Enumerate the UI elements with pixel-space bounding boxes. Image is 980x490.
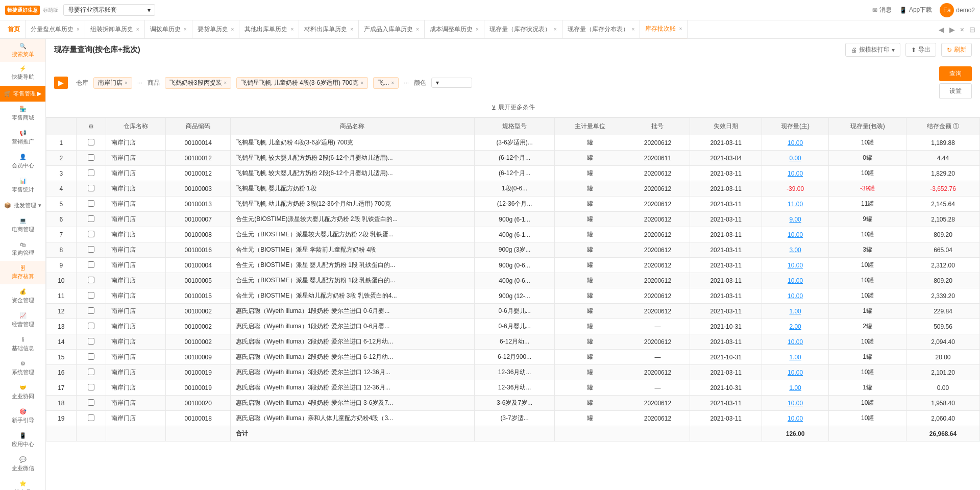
cell-stock-main[interactable]: 1.00 bbox=[762, 380, 828, 396]
tab-diaob[interactable]: 调拨单历史 × bbox=[145, 20, 192, 39]
cell-check[interactable] bbox=[76, 151, 106, 166]
tab-other-out[interactable]: 其他出库单历史 × bbox=[239, 20, 299, 39]
export-btn[interactable]: ⬆ 导出 bbox=[905, 43, 936, 57]
tab-close-stock-status[interactable]: × bbox=[554, 27, 557, 32]
row-checkbox[interactable] bbox=[88, 154, 94, 161]
cell-stock-main[interactable]: 10.00 bbox=[762, 273, 828, 288]
tab-menu-btn[interactable]: ⊟ bbox=[967, 24, 977, 35]
row-checkbox[interactable] bbox=[88, 414, 94, 421]
product-tag-1[interactable]: 飞鹤奶粉3段丙提装 × bbox=[165, 77, 232, 89]
sidebar-item-basic-info[interactable]: ℹ 基础信息 bbox=[0, 332, 45, 356]
sidebar-item-wholesale[interactable]: 📦 批发管理 ▾ bbox=[0, 198, 45, 213]
product-tag-2[interactable]: 飞鹤星飞帆 儿童奶粉 4段(3-6岁适用) 700克 × bbox=[236, 77, 368, 89]
cell-stock-main[interactable]: 10.00 bbox=[762, 135, 828, 151]
cell-stock-main[interactable]: 10.00 bbox=[762, 258, 828, 273]
sidebar-item-collab[interactable]: 🤝 企业协同 bbox=[0, 380, 45, 404]
template-print-btn[interactable]: 🖨 按模板打印 ▾ bbox=[845, 43, 900, 57]
product-tag-1-close[interactable]: × bbox=[224, 80, 227, 86]
tab-batch[interactable]: 库存批次账 × bbox=[640, 20, 688, 39]
row-checkbox[interactable] bbox=[88, 277, 94, 283]
tab-material-out[interactable]: 材料出库单历史 × bbox=[299, 20, 359, 39]
cell-check[interactable] bbox=[76, 258, 106, 273]
tab-cost-adj[interactable]: 成本调整单历史 × bbox=[425, 20, 484, 39]
cell-check[interactable] bbox=[76, 380, 106, 396]
cell-check[interactable] bbox=[76, 166, 106, 181]
sidebar-item-purchase[interactable]: 🛍 采购管理 bbox=[0, 237, 45, 261]
product-tag-2-close[interactable]: × bbox=[360, 80, 363, 86]
sidebar-item-mall[interactable]: 🏪 零售商城 bbox=[0, 102, 45, 126]
sidebar-item-guide[interactable]: 🎯 新手引导 bbox=[0, 404, 45, 428]
quick-nav[interactable]: ⚡ 快捷导航 bbox=[0, 62, 45, 84]
cell-stock-main[interactable]: 3.00 bbox=[762, 242, 828, 258]
sidebar-item-vip[interactable]: ⭐ 畅会员 bbox=[0, 476, 45, 490]
cell-stock-main[interactable]: 9.00 bbox=[762, 212, 828, 227]
row-checkbox[interactable] bbox=[88, 369, 94, 375]
tab-zuzhuang[interactable]: 组装拆卸单历史 × bbox=[85, 20, 145, 39]
sidebar-item-finance[interactable]: 💰 资金管理 bbox=[0, 284, 45, 308]
cell-check[interactable] bbox=[76, 181, 106, 197]
cell-check[interactable] bbox=[76, 135, 106, 151]
sidebar-item-operations[interactable]: 📈 经营管理 bbox=[0, 308, 45, 332]
sidebar-item-system[interactable]: ⚙ 系统管理 bbox=[0, 356, 45, 380]
query-btn[interactable]: 查询 bbox=[939, 66, 972, 81]
tab-close-zuzhuang[interactable]: × bbox=[136, 27, 139, 32]
cell-check[interactable] bbox=[76, 227, 106, 242]
sidebar-item-wechat[interactable]: 💬 企业微信 bbox=[0, 452, 45, 476]
cell-stock-main[interactable]: 10.00 bbox=[762, 166, 828, 181]
cell-check[interactable] bbox=[76, 212, 106, 227]
row-checkbox[interactable] bbox=[88, 307, 94, 314]
cell-stock-main[interactable]: 0.00 bbox=[762, 151, 828, 166]
tab-home[interactable]: 首页 bbox=[3, 20, 26, 39]
cell-stock-main[interactable]: 10.00 bbox=[762, 411, 828, 426]
sidebar-item-retail[interactable]: 🛒 零售管理 ▶ bbox=[0, 86, 45, 102]
cell-check[interactable] bbox=[76, 334, 106, 350]
row-checkbox[interactable] bbox=[88, 200, 94, 207]
row-checkbox[interactable] bbox=[88, 231, 94, 237]
row-checkbox[interactable] bbox=[88, 384, 94, 390]
cell-stock-main[interactable]: 10.00 bbox=[762, 334, 828, 350]
row-checkbox[interactable] bbox=[88, 185, 94, 191]
tab-stock-status[interactable]: 现存量（库存状况表） × bbox=[484, 20, 562, 39]
cell-stock-main[interactable]: 1.00 bbox=[762, 304, 828, 319]
cell-stock-main[interactable]: 11.00 bbox=[762, 197, 828, 212]
th-settings[interactable]: ⚙ bbox=[76, 118, 106, 135]
row-checkbox[interactable] bbox=[88, 169, 94, 176]
row-checkbox[interactable] bbox=[88, 246, 94, 253]
settings-btn[interactable]: 设置 bbox=[939, 83, 972, 99]
tab-close-yaohuo[interactable]: × bbox=[231, 27, 234, 32]
sidebar-item-inventory[interactable]: 🗄 库存核算 bbox=[0, 261, 45, 284]
row-checkbox[interactable] bbox=[88, 292, 94, 299]
sidebar-item-member[interactable]: 👤 会员中心 bbox=[0, 150, 45, 174]
row-checkbox[interactable] bbox=[88, 338, 94, 345]
cell-stock-main[interactable]: 1.00 bbox=[762, 350, 828, 365]
cell-stock-main[interactable]: 10.00 bbox=[762, 396, 828, 411]
user-area[interactable]: Ea demo2 bbox=[940, 3, 975, 17]
tab-next-btn[interactable]: ▶ bbox=[947, 24, 957, 35]
cell-stock-main[interactable]: 10.00 bbox=[762, 365, 828, 380]
message-btn[interactable]: ✉ 消息 bbox=[872, 6, 892, 14]
cell-check[interactable] bbox=[76, 242, 106, 258]
cell-check[interactable] bbox=[76, 288, 106, 304]
sidebar-item-apps[interactable]: 📱 应用中心 bbox=[0, 428, 45, 452]
cell-stock-main[interactable]: 10.00 bbox=[762, 227, 828, 242]
row-checkbox[interactable] bbox=[88, 261, 94, 268]
refresh-btn[interactable]: ↻ 刷新 bbox=[941, 43, 972, 57]
expand-conditions-btn[interactable]: ⊻ 展开更多条件 bbox=[492, 103, 535, 112]
cell-check[interactable] bbox=[76, 350, 106, 365]
tab-close-diaob[interactable]: × bbox=[184, 27, 187, 32]
row-checkbox[interactable] bbox=[88, 215, 94, 222]
tab-prev-btn[interactable]: ◀ bbox=[937, 24, 946, 35]
product-tag-3-close[interactable]: × bbox=[391, 80, 394, 86]
tab-close-other-out[interactable]: × bbox=[290, 27, 293, 32]
cell-check[interactable] bbox=[76, 365, 106, 380]
search-menu[interactable]: 🔍 搜索菜单 bbox=[0, 39, 45, 62]
warehouse-tag-close[interactable]: × bbox=[125, 80, 128, 86]
filter-expand-btn[interactable]: ▶ bbox=[54, 77, 68, 89]
row-checkbox[interactable] bbox=[88, 399, 94, 406]
tab-yaohuo[interactable]: 要货单历史 × bbox=[192, 20, 240, 39]
tab-close-product-in[interactable]: × bbox=[416, 27, 419, 32]
cell-check[interactable] bbox=[76, 304, 106, 319]
warehouse-more[interactable]: ··· bbox=[137, 79, 142, 86]
tab-close-fenliang[interactable]: × bbox=[77, 27, 80, 32]
tab-close-material-out[interactable]: × bbox=[350, 27, 353, 32]
